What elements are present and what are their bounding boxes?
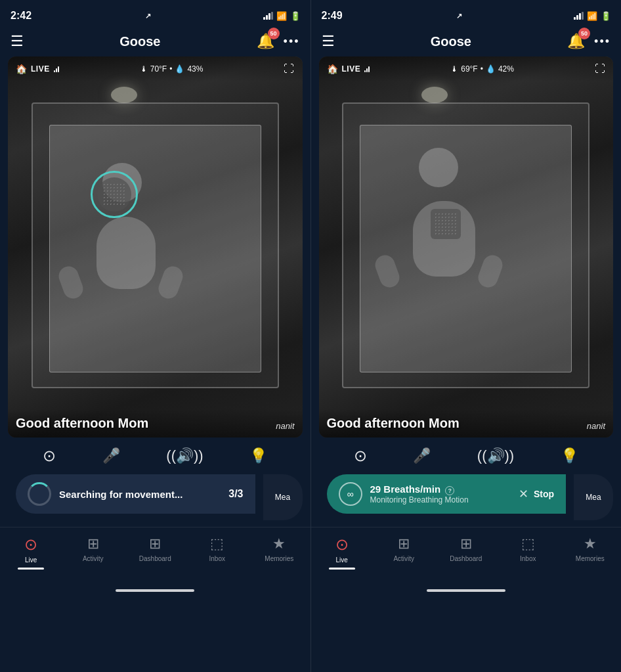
left-menu-button[interactable]: ☰: [11, 33, 24, 50]
left-cam-status: 🏠 LIVE: [16, 64, 59, 74]
right-lung-icon: ∞: [347, 489, 354, 499]
right-menu-button[interactable]: ☰: [322, 33, 335, 50]
right-fullscreen-button[interactable]: ⛶: [595, 63, 605, 75]
left-status-icons: 📶 🔋: [263, 11, 300, 21]
left-panel: 2:42 ↗ 📶 🔋 ☰ Goose 🔔 50 •••: [0, 0, 310, 672]
right-nav-live-icon: ⊙: [335, 535, 349, 554]
left-notification-button[interactable]: 🔔 50: [257, 33, 274, 50]
right-dot-sep: •: [481, 64, 483, 74]
left-pill-main-text: Searching for movement...: [59, 489, 182, 500]
right-home-indicator: [427, 589, 505, 592]
right-close-button[interactable]: ✕: [519, 487, 528, 501]
right-nanit-brand: nanit: [587, 421, 605, 431]
right-temp: 69°F: [461, 64, 477, 74]
right-nav-dashboard[interactable]: ⊞ Dashboard: [435, 533, 498, 572]
left-header: ☰ Goose 🔔 50 •••: [0, 29, 310, 56]
right-breathing-pill: ∞ 29 Breaths/min ? Monitoring Breathing …: [327, 474, 567, 514]
right-greeting: Good afternoon Mom: [327, 416, 460, 431]
right-pill-text: 29 Breaths/min ? Monitoring Breathing Mo…: [370, 483, 469, 504]
right-stop-button[interactable]: Stop: [534, 489, 554, 499]
right-nav-inbox-label: Inbox: [520, 555, 536, 562]
right-help-icon[interactable]: ?: [445, 486, 454, 495]
right-more-button[interactable]: •••: [594, 35, 610, 49]
left-badge-count: 50: [268, 28, 280, 39]
left-nav-live[interactable]: ⊙ Live: [0, 533, 62, 572]
right-light-button[interactable]: 💡: [561, 447, 578, 464]
right-sound-button[interactable]: ((🔊)): [477, 447, 514, 464]
left-nav-inbox[interactable]: ⬚ Inbox: [186, 533, 249, 572]
right-pill-right: ✕ Stop: [519, 487, 554, 501]
left-dot-pattern: [102, 183, 126, 206]
left-tracking-circle: [91, 171, 138, 218]
left-nav-memories-icon: ★: [272, 535, 286, 552]
right-location-arrow: ↗: [456, 12, 462, 20]
left-greeting: Good afternoon Mom: [16, 416, 148, 431]
right-nav-memories-label: Memories: [576, 555, 605, 562]
left-time: 2:42: [11, 10, 32, 22]
right-nav-memories[interactable]: ★ Memories: [559, 533, 622, 572]
right-cam-signal: [364, 66, 370, 72]
left-mic-button[interactable]: 🎤: [102, 447, 120, 464]
right-panel: 2:49 ↗ 📶 🔋 ☰ Goose 🔔 50 •••: [311, 0, 622, 672]
left-status-bar: 2:42 ↗ 📶 🔋: [0, 0, 310, 29]
right-time: 2:49: [322, 10, 343, 22]
left-bottom-nav: ⊙ Live ⊞ Activity ⊞ Dashboard ⬚ Inbox ★ …: [0, 527, 310, 585]
left-camera-button[interactable]: ⊙: [43, 447, 56, 465]
left-tracker-inner: [97, 177, 131, 212]
right-camera-view[interactable]: 🏠 LIVE 🌡 69°F • 💧 42% ⛶ Good: [319, 56, 614, 437]
left-camera-feed: 🏠 LIVE 🌡 70°F • 💧 43% ⛶ Good: [8, 56, 303, 437]
right-status-bar: 2:49 ↗ 📶 🔋: [311, 0, 622, 29]
left-nav-memories-label: Memories: [265, 555, 293, 562]
left-cam-signal: [54, 66, 59, 72]
left-nav-activity-icon: ⊞: [87, 535, 99, 552]
right-baby-head: [419, 148, 458, 187]
right-battery-icon: 🔋: [601, 11, 610, 21]
left-camera-view[interactable]: 🏠 LIVE 🌡 70°F • 💧 43% ⛶ Good: [8, 56, 303, 437]
left-more-button[interactable]: •••: [284, 35, 300, 49]
right-house-icon: 🏠: [327, 64, 338, 74]
left-temp: 70°F: [150, 64, 167, 74]
right-notification-button[interactable]: 🔔 50: [567, 33, 585, 50]
right-nav-live[interactable]: ⊙ Live: [311, 533, 374, 572]
left-nav-inbox-label: Inbox: [209, 555, 225, 562]
left-nav-activity[interactable]: ⊞ Activity: [62, 533, 125, 572]
left-camera-controls: ⊙ 🎤 ((🔊)) 💡: [0, 437, 310, 474]
left-humidity: 43%: [187, 64, 203, 74]
left-cam-stats: 🌡 70°F • 💧 43%: [140, 64, 203, 74]
left-nav-memories[interactable]: ★ Memories: [248, 533, 310, 572]
left-sound-button[interactable]: ((🔊)): [166, 447, 203, 464]
right-nav-live-label: Live: [336, 556, 348, 564]
right-nav-inbox-icon: ⬚: [521, 535, 535, 552]
left-nav-live-indicator: [18, 568, 44, 570]
left-mea-pill[interactable]: Mea: [263, 474, 303, 520]
right-breathing-icon: ∞: [339, 482, 362, 506]
left-cam-overlay-bottom: Good afternoon Mom nanit: [8, 409, 303, 437]
right-cam-overlay-bottom: Good afternoon Mom nanit: [319, 409, 614, 437]
right-dot-pattern: [434, 212, 458, 236]
right-nav-activity-label: Activity: [393, 555, 414, 562]
left-mea-label: Mea: [275, 493, 290, 502]
right-mea-pill[interactable]: Mea: [574, 474, 613, 520]
left-nav-live-icon: ⊙: [24, 535, 37, 554]
right-nav-activity[interactable]: ⊞ Activity: [373, 533, 435, 572]
right-mic-button[interactable]: 🎤: [413, 447, 431, 464]
right-humidity: 42%: [498, 64, 514, 74]
left-nanit-brand: nanit: [276, 421, 294, 431]
left-spinner-icon: [28, 482, 51, 506]
right-nav-dashboard-label: Dashboard: [450, 555, 482, 562]
left-nav-dashboard-icon: ⊞: [149, 535, 161, 552]
right-live-badge: LIVE: [342, 64, 361, 74]
left-fullscreen-button[interactable]: ⛶: [284, 63, 294, 75]
right-header-icons: 🔔 50 •••: [567, 33, 610, 50]
right-breaths-value: 29 Breaths/min: [370, 483, 441, 495]
left-light-button[interactable]: 💡: [249, 447, 267, 464]
right-thermo-icon: 🌡: [450, 64, 458, 74]
left-pill-text: Searching for movement...: [59, 489, 182, 500]
right-nav-inbox[interactable]: ⬚ Inbox: [497, 533, 559, 572]
right-camera-button[interactable]: ⊙: [354, 447, 367, 465]
left-thermo-icon: 🌡: [140, 64, 148, 74]
left-nav-dashboard[interactable]: ⊞ Dashboard: [124, 533, 186, 572]
left-live-badge: LIVE: [31, 64, 50, 74]
right-nav-memories-icon: ★: [584, 535, 597, 552]
right-camera-controls: ⊙ 🎤 ((🔊)) 💡: [311, 437, 622, 474]
